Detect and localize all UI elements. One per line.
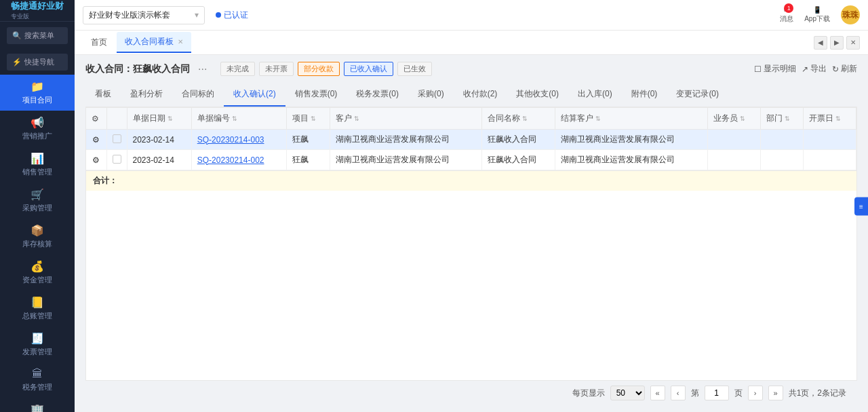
sidebar-item-9[interactable]: 🧾 发票管理: [0, 326, 75, 362]
sidebar-nav: 📁 项目合同📢 营销推广📊 销售管理🛒 采购管理📦 库存核算💰 资金管理📒 总账…: [0, 75, 75, 412]
col-header-number[interactable]: 单据编号⇅: [191, 108, 287, 130]
sub-tab-10[interactable]: 附件(0): [622, 83, 667, 107]
data-cell: [708, 130, 761, 150]
sub-tab-1[interactable]: 盈利分析: [121, 83, 172, 107]
sidebar-item-label: 总账管理: [22, 311, 52, 321]
sub-tab-9[interactable]: 出入库(0): [568, 83, 622, 107]
col-header-customer[interactable]: 客户⇅: [330, 108, 482, 130]
col-header-bill_date[interactable]: 开票日⇅: [804, 108, 856, 130]
sidebar-item-10[interactable]: 🏛 税务管理: [0, 362, 75, 398]
data-cell: 2023-02-14: [127, 150, 191, 170]
doc-number-link[interactable]: SQ-20230214-002: [197, 155, 264, 165]
app-download-button[interactable]: 📱 App下载: [804, 6, 830, 24]
sidebar-item-label: 项目合同: [22, 95, 52, 105]
sidebar-item-5[interactable]: 🛒 采购管理: [0, 183, 75, 219]
sub-tab-3[interactable]: 收入确认(2): [224, 83, 285, 107]
sidebar-icon: 🛒: [31, 188, 44, 201]
status-tag-effective[interactable]: 已生效: [397, 62, 432, 76]
search-menu-button[interactable]: 🔍 搜索菜单: [7, 27, 68, 44]
status-tag-uninvoiced[interactable]: 未开票: [259, 62, 294, 76]
sub-tab-6[interactable]: 采购(0): [408, 83, 454, 107]
right-sidebar-icon[interactable]: ≡: [854, 197, 868, 215]
page-size-select[interactable]: 50 20 100: [610, 386, 645, 400]
logo-text: 畅捷通好业财: [11, 0, 64, 12]
sidebar-item-11[interactable]: 🏢 固定资产: [0, 398, 75, 412]
search-menu-container: 🔍 搜索菜单: [0, 22, 75, 50]
table-body: ⚙2023-02-14SQ-20230214-003狂飙湖南卫视商业运营发展有限…: [86, 130, 856, 170]
status-tag-confirmed[interactable]: 已收入确认: [344, 62, 393, 76]
sort-icon: ⇅: [595, 115, 601, 122]
settings-cell[interactable]: ⚙: [86, 150, 106, 170]
table-container: ⚙单据日期⇅单据编号⇅项目⇅客户⇅合同名称⇅结算客户⇅业务员⇅部门⇅开票日⇅ ⚙…: [85, 107, 857, 381]
messages-button[interactable]: ✉ 1 消息: [780, 6, 793, 24]
sidebar-item-6[interactable]: 📦 库存核算: [0, 219, 75, 255]
table-row[interactable]: ⚙2023-02-14SQ-20230214-002狂飙湖南卫视商业运营发展有限…: [86, 150, 856, 170]
col-header-project[interactable]: 项目⇅: [287, 108, 330, 130]
sub-tab-11[interactable]: 变更记录(0): [667, 83, 728, 107]
sidebar-item-2[interactable]: 📁 项目合同: [0, 75, 75, 111]
data-cell: [804, 130, 856, 150]
checkbox-cell[interactable]: [106, 150, 127, 170]
sort-icon: ⇅: [740, 115, 745, 122]
refresh-button[interactable]: ↻ 刷新: [832, 63, 857, 75]
tab-home[interactable]: 首页: [83, 33, 115, 52]
sub-tab-2[interactable]: 合同标的: [172, 83, 224, 107]
last-page-button[interactable]: »: [768, 386, 783, 400]
tab-prev-button[interactable]: ◀: [814, 36, 827, 50]
col-header-date[interactable]: 单据日期⇅: [127, 108, 191, 130]
cert-label: 已认证: [224, 10, 248, 21]
export-button[interactable]: ↗ 导出: [802, 63, 827, 75]
page-input[interactable]: [705, 386, 729, 400]
checkbox-icon: ☐: [754, 64, 762, 74]
show-detail-checkbox[interactable]: ☐ 显示明细: [754, 63, 796, 75]
sub-tab-0[interactable]: 看板: [85, 83, 121, 107]
checkbox-cell[interactable]: [106, 130, 127, 150]
row-checkbox[interactable]: [113, 134, 121, 143]
right-sidebar-arrow-icon: ≡: [859, 202, 863, 210]
next-page-button[interactable]: ›: [748, 386, 763, 400]
sidebar-item-4[interactable]: 📊 销售管理: [0, 147, 75, 183]
sub-tab-7[interactable]: 收付款(2): [454, 83, 507, 107]
page-word-pre: 第: [691, 388, 699, 399]
settings-cell[interactable]: ⚙: [86, 130, 106, 150]
sidebar-icon: 📒: [31, 296, 44, 309]
company-select[interactable]: 好业财专业版演示帐套 ▾: [83, 6, 205, 24]
status-tag-partial-payment[interactable]: 部分收款: [298, 62, 340, 76]
col-header-settle_customer[interactable]: 结算客户⇅: [555, 108, 708, 130]
table-row[interactable]: ⚙2023-02-14SQ-20230214-003狂飙湖南卫视商业运营发展有限…: [86, 130, 856, 150]
col-header-staff[interactable]: 业务员⇅: [708, 108, 761, 130]
sidebar-item-8[interactable]: 📒 总账管理: [0, 291, 75, 326]
topbar-right: ✉ 1 消息 📱 App下载 珠珠: [780, 5, 860, 24]
page-word: 页: [734, 388, 743, 399]
prev-page-button[interactable]: ‹: [671, 386, 686, 400]
cert-dot: [216, 12, 221, 18]
tab-income-contract[interactable]: 收入合同看板 ✕: [117, 32, 191, 53]
more-button[interactable]: ···: [195, 63, 210, 75]
sidebar-item-label: 税务管理: [22, 382, 52, 392]
col-header-set: ⚙: [86, 108, 106, 130]
doc-number-link[interactable]: SQ-20230214-003: [197, 135, 264, 145]
sort-icon: ⇅: [167, 115, 173, 122]
col-header-dept[interactable]: 部门⇅: [760, 108, 803, 130]
sidebar-item-3[interactable]: 📢 营销推广: [0, 111, 75, 147]
refresh-icon: ↻: [832, 64, 839, 74]
sidebar-icon: 📊: [31, 152, 44, 165]
sub-tabs: 看板盈利分析合同标的收入确认(2)销售发票(0)税务发票(0)采购(0)收付款(…: [85, 83, 857, 107]
row-checkbox[interactable]: [113, 155, 121, 164]
sidebar-item-7[interactable]: 💰 资金管理: [0, 255, 75, 291]
sub-tab-4[interactable]: 销售发票(0): [285, 83, 347, 107]
tab-close-all-button[interactable]: ✕: [846, 36, 860, 50]
tab-next-button[interactable]: ▶: [830, 36, 844, 50]
user-avatar[interactable]: 珠珠: [841, 5, 860, 24]
sub-tab-5[interactable]: 税务发票(0): [347, 83, 408, 107]
status-tag-uncomplete[interactable]: 未完成: [220, 62, 255, 76]
sidebar-icon: 💰: [31, 260, 44, 273]
sub-tab-8[interactable]: 其他收支(0): [507, 83, 568, 107]
col-header-contract[interactable]: 合同名称⇅: [482, 108, 555, 130]
data-cell: 狂飙收入合同: [482, 130, 555, 150]
tab-close-icon[interactable]: ✕: [178, 38, 183, 45]
page-size-label: 每页显示: [572, 388, 605, 399]
sidebar-icon: 📁: [31, 80, 44, 93]
first-page-button[interactable]: «: [650, 386, 665, 400]
quick-nav-button[interactable]: ⚡ 快捷导航: [7, 54, 68, 71]
